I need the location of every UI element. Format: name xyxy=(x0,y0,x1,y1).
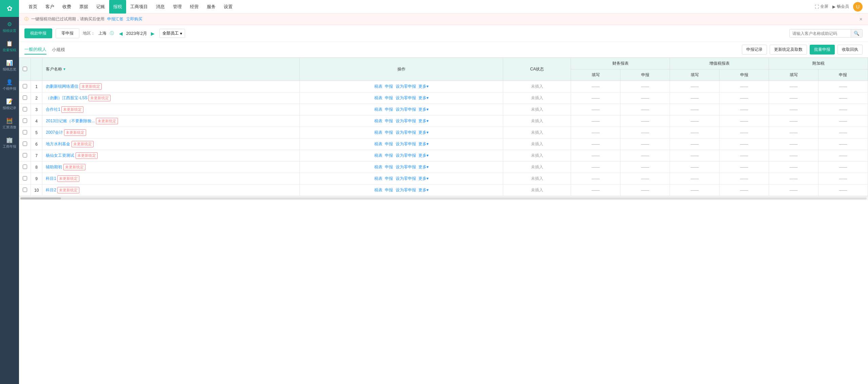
client-name-link[interactable]: 杨仙女工资测试 xyxy=(46,153,74,158)
row-checkbox-5[interactable] xyxy=(23,142,27,146)
client-name-link[interactable]: 勿删新锐网络通信 xyxy=(46,84,78,89)
row-checkbox-6[interactable] xyxy=(23,153,27,157)
nav-invoice[interactable]: 票据 xyxy=(75,0,92,14)
sidebar-item-personal-tax[interactable]: 👤 个税申报 xyxy=(0,75,19,94)
op-more[interactable]: 更多▾ xyxy=(418,84,429,89)
sidebar-item-tax-overview[interactable]: 📊 报税总览 xyxy=(0,56,19,75)
sidebar-item-batch-tax[interactable]: 📋 批量报税 xyxy=(0,36,19,56)
sort-icon[interactable]: ▾ xyxy=(63,67,65,71)
row-checkbox-8[interactable] xyxy=(23,176,27,180)
collect-receipt-button[interactable]: 收取回执 xyxy=(837,45,863,55)
op-zero-declare[interactable]: 设为零申报 xyxy=(396,84,416,89)
op-declare[interactable]: 申报 xyxy=(385,130,393,135)
op-tax-form[interactable]: 税表 xyxy=(374,130,382,135)
op-tax-form[interactable]: 税表 xyxy=(374,142,382,146)
row-checkbox-3[interactable] xyxy=(23,119,27,123)
search-button[interactable]: 🔍 xyxy=(851,29,862,37)
nav-accounting[interactable]: 记账 xyxy=(92,0,109,14)
nav-billing[interactable]: 收费 xyxy=(58,0,75,14)
select-all-checkbox[interactable] xyxy=(23,67,27,71)
client-name-link[interactable]: 科目2 xyxy=(46,188,56,192)
sidebar-item-settlement[interactable]: 🧮 汇算清缴 xyxy=(0,113,19,133)
date-prev-button[interactable]: ◀ xyxy=(117,30,124,37)
sidebar-item-tax-settings[interactable]: ⚙ 报税设置 xyxy=(0,17,19,36)
batch-declaration-button[interactable]: 批量申报 xyxy=(810,45,835,55)
op-more[interactable]: 更多▾ xyxy=(418,95,429,100)
op-more[interactable]: 更多▾ xyxy=(418,165,429,169)
client-name-link[interactable]: 2007会计 xyxy=(46,130,63,135)
op-more[interactable]: 更多▾ xyxy=(418,107,429,112)
op-declare[interactable]: 申报 xyxy=(385,165,393,169)
tab-general-taxpayer[interactable]: 一般的税人 xyxy=(24,45,46,55)
client-name-link[interactable]: 2013日记账（不要删除验... xyxy=(46,119,95,123)
client-name-link[interactable]: 地方水利基金 xyxy=(46,142,70,146)
op-more[interactable]: 更多▾ xyxy=(418,142,429,146)
op-zero-declare[interactable]: 设为零申报 xyxy=(396,119,416,123)
tab-small-scale[interactable]: 小规模 xyxy=(52,45,65,54)
op-zero-declare[interactable]: 设为零申报 xyxy=(396,153,416,158)
op-declare[interactable]: 申报 xyxy=(385,176,393,181)
sidebar-item-annual-report[interactable]: 🏢 工商年报 xyxy=(0,133,19,152)
op-tax-form[interactable]: 税表 xyxy=(374,95,382,100)
op-zero-declare[interactable]: 设为零申报 xyxy=(396,165,416,169)
op-more[interactable]: 更多▾ xyxy=(418,176,429,181)
op-tax-form[interactable]: 税表 xyxy=(374,165,382,169)
row-checkbox-2[interactable] xyxy=(23,107,27,111)
op-declare[interactable]: 申报 xyxy=(385,153,393,158)
op-zero-declare[interactable]: 设为零申报 xyxy=(396,95,416,100)
search-input[interactable] xyxy=(790,30,851,37)
row-checkbox-7[interactable] xyxy=(23,165,27,169)
op-more[interactable]: 更多▾ xyxy=(418,153,429,158)
row-checkbox-4[interactable] xyxy=(23,130,27,134)
op-tax-form[interactable]: 税表 xyxy=(374,188,382,192)
row-checkbox-0[interactable] xyxy=(23,84,27,88)
declaration-record-button[interactable]: 申报记录 xyxy=(742,45,767,55)
client-name-link[interactable]: 辅助期初 xyxy=(46,165,62,169)
update-statistics-button[interactable]: 更新统定及取数 xyxy=(770,45,807,55)
staff-select[interactable]: 全部员工 ▾ xyxy=(159,29,185,38)
op-tax-form[interactable]: 税表 xyxy=(374,119,382,123)
nav-service[interactable]: 服务 xyxy=(203,0,220,14)
nav-message[interactable]: 消息 xyxy=(152,0,169,14)
fullscreen-button[interactable]: ⛶ 全屏 xyxy=(815,4,828,9)
nav-tax[interactable]: 报税 xyxy=(109,0,126,14)
tab-zero-declaration[interactable]: 零申报 xyxy=(56,28,79,38)
op-declare[interactable]: 申报 xyxy=(385,142,393,146)
banner-link1[interactable]: 申报汇签 xyxy=(107,16,123,22)
user-avatar[interactable]: U xyxy=(853,2,863,12)
client-name-link[interactable]: 科目1 xyxy=(46,176,56,181)
op-declare[interactable]: 申报 xyxy=(385,188,393,192)
op-tax-form[interactable]: 税表 xyxy=(374,176,382,181)
client-name-link[interactable]: 合作社1 xyxy=(46,107,60,112)
nav-settings[interactable]: 设置 xyxy=(220,0,237,14)
tab-tax-declaration[interactable]: 税款申报 xyxy=(24,28,52,38)
banner-close-button[interactable]: ✕ xyxy=(859,17,863,22)
banner-link2[interactable]: 立即购买 xyxy=(126,16,142,22)
op-declare[interactable]: 申报 xyxy=(385,107,393,112)
op-tax-form[interactable]: 税表 xyxy=(374,107,382,112)
op-zero-declare[interactable]: 设为零申报 xyxy=(396,107,416,112)
op-declare[interactable]: 申报 xyxy=(385,95,393,100)
row-checkbox-9[interactable] xyxy=(23,188,27,192)
date-next-button[interactable]: ▶ xyxy=(149,30,156,37)
op-more[interactable]: 更多▾ xyxy=(418,188,429,192)
op-zero-declare[interactable]: 设为零申报 xyxy=(396,130,416,135)
op-zero-declare[interactable]: 设为零申报 xyxy=(396,188,416,192)
nav-home[interactable]: 首页 xyxy=(24,0,41,14)
row-checkbox-1[interactable] xyxy=(23,95,27,100)
sidebar-item-tax-record[interactable]: 📝 报税记录 xyxy=(0,94,19,113)
op-declare[interactable]: 申报 xyxy=(385,84,393,89)
op-tax-form[interactable]: 税表 xyxy=(374,84,382,89)
op-tax-form[interactable]: 税表 xyxy=(374,153,382,158)
member-button[interactable]: ▶ 畅会员 xyxy=(832,4,849,9)
nav-business[interactable]: 工商项目 xyxy=(126,0,152,14)
nav-client[interactable]: 客户 xyxy=(41,0,58,14)
nav-operation[interactable]: 经营 xyxy=(186,0,203,14)
op-declare[interactable]: 申报 xyxy=(385,119,393,123)
nav-manage[interactable]: 管理 xyxy=(169,0,186,14)
op-more[interactable]: 更多▾ xyxy=(418,130,429,135)
op-more[interactable]: 更多▾ xyxy=(418,119,429,123)
op-zero-declare[interactable]: 设为零申报 xyxy=(396,176,416,181)
scroll-thumb[interactable] xyxy=(20,197,61,199)
op-zero-declare[interactable]: 设为零申报 xyxy=(396,142,416,146)
